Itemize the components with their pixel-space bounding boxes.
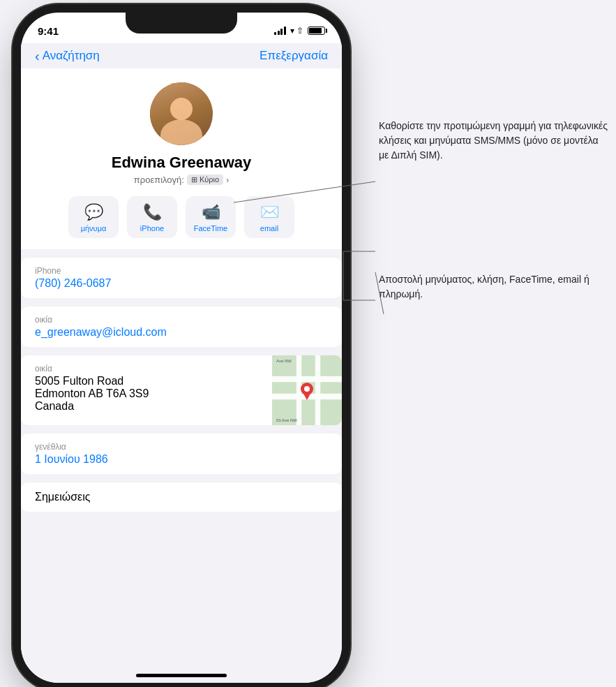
phone-icon: 📞: [143, 203, 162, 221]
svg-text:03 Ave NW: 03 Ave NW: [276, 418, 297, 422]
iphone-call-label: iPhone: [140, 224, 164, 232]
annotation-1: Καθορίστε την προτιμώμενη γραμμή για τηλ…: [379, 119, 609, 163]
message-label: μήνυμα: [81, 224, 107, 232]
wifi-icon: ▾ ⇧: [290, 26, 303, 36]
facetime-button[interactable]: 📹 FaceTime: [186, 196, 236, 238]
contact-card: Edwina Greenaway προεπιλογή: ⊞ Κύριο › 💬…: [21, 68, 342, 249]
message-button[interactable]: 💬 μήνυμα: [68, 196, 119, 238]
home-indicator: [136, 674, 227, 677]
annotation-2-text: Αποστολή μηνύματος, κλήση, FaceTime, ema…: [379, 272, 609, 302]
birthday-label: γενέθλια: [35, 442, 328, 452]
address-text: οικία 5005 Fulton Road Edmonton AB T6A 3…: [21, 355, 272, 425]
birthday-field: γενέθλια 1 Ιουνίου 1986: [21, 434, 342, 474]
phone-mockup: 9:41 ▾ ⇧ ‹ Αναζήτηση Επεξεργασία: [21, 13, 342, 683]
annotation-1-text: Καθορίστε την προτιμώμενη γραμμή για τηλ…: [379, 119, 609, 163]
facetime-icon: 📹: [202, 203, 220, 221]
action-buttons: 💬 μήνυμα 📞 iPhone 📹 FaceTime ✉️ email: [68, 196, 294, 238]
phone-field-label: iPhone: [35, 266, 328, 276]
edit-button[interactable]: Επεξεργασία: [260, 49, 328, 63]
back-label: Αναζήτηση: [43, 49, 100, 63]
address-label: οικία: [35, 364, 264, 374]
address-line2: Edmonton AB T6A 3S9: [35, 387, 264, 400]
address-field: οικία 5005 Fulton Road Edmonton AB T6A 3…: [21, 355, 342, 425]
phone-notch: [126, 13, 237, 34]
annotation-2: Αποστολή μηνύματος, κλήση, FaceTime, ema…: [379, 272, 609, 302]
svg-rect-3: [296, 355, 301, 425]
notes-field[interactable]: Σημειώσεις: [21, 482, 342, 512]
map-thumbnail[interactable]: Ave NW 03 Ave NW: [272, 355, 342, 425]
message-icon: 💬: [84, 203, 103, 221]
phone-field: iPhone (780) 246-0687: [21, 258, 342, 298]
email-icon: ✉️: [260, 203, 279, 221]
email-field-value[interactable]: e_greenaway@icloud.com: [35, 326, 328, 339]
birthday-value[interactable]: 1 Ιουνίου 1986: [35, 453, 328, 466]
svg-rect-10: [321, 383, 342, 393]
chevron-left-icon: ‹: [35, 49, 40, 63]
address-line1: 5005 Fulton Road: [35, 375, 264, 387]
svg-rect-4: [315, 355, 320, 425]
phone-field-value[interactable]: (780) 246-0687: [35, 277, 328, 290]
status-time: 9:41: [38, 25, 59, 37]
contact-default-line: προεπιλογή: ⊞ Κύριο ›: [134, 175, 229, 185]
battery-icon: [308, 27, 325, 35]
svg-text:Ave NW: Ave NW: [276, 359, 292, 363]
svg-rect-7: [321, 355, 342, 376]
svg-rect-8: [272, 383, 296, 393]
email-field-label: οικία: [35, 315, 328, 325]
svg-rect-6: [302, 355, 315, 376]
svg-point-17: [304, 386, 310, 392]
avatar: [150, 82, 213, 145]
svg-rect-12: [302, 400, 315, 425]
back-button[interactable]: ‹ Αναζήτηση: [35, 49, 100, 63]
svg-rect-1: [272, 376, 342, 382]
email-field: οικία e_greenaway@icloud.com: [21, 306, 342, 347]
email-label: email: [260, 224, 278, 232]
chevron-right-icon: ›: [226, 175, 229, 185]
email-button[interactable]: ✉️ email: [244, 196, 294, 238]
info-sections: iPhone (780) 246-0687 οικία e_greenaway@…: [21, 258, 342, 512]
address-line3: Canada: [35, 400, 264, 413]
status-icons: ▾ ⇧: [274, 26, 325, 36]
default-badge[interactable]: ⊞ Κύριο: [187, 175, 223, 185]
default-label-text: προεπιλογή:: [134, 175, 184, 185]
contact-name: Edwina Greenaway: [112, 154, 252, 172]
phone-frame: 9:41 ▾ ⇧ ‹ Αναζήτηση Επεξεργασία: [21, 13, 342, 683]
iphone-call-button[interactable]: 📞 iPhone: [127, 196, 177, 238]
nav-bar: ‹ Αναζήτηση Επεξεργασία: [21, 43, 342, 68]
svg-rect-13: [321, 400, 342, 425]
screen-content: ‹ Αναζήτηση Επεξεργασία Edwina Greenaway…: [21, 43, 342, 683]
facetime-label: FaceTime: [194, 224, 228, 232]
notes-label: Σημειώσεις: [35, 491, 90, 503]
signal-icon: [274, 27, 286, 35]
